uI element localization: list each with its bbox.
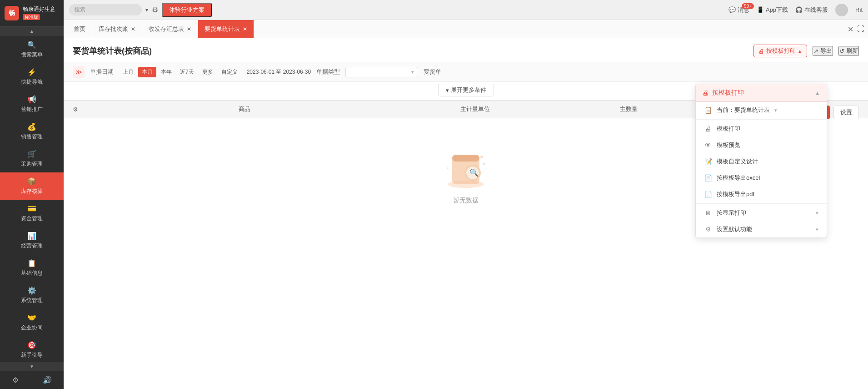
sidebar-item-cooperation[interactable]: 🤝 企业协同 [0, 309, 64, 336]
window-close-icon[interactable]: ✕ [848, 25, 853, 34]
display-print-icon: 🖥 [704, 209, 712, 217]
system-icon: ⚙️ [27, 286, 36, 295]
template-print-dropdown: 🖨 按模板打印 ▲ 📋 当前：要货单统计表 ▾ 🖨 模板打印 [695, 84, 827, 238]
dropdown-template-print[interactable]: 🖨 模板打印 [696, 121, 827, 137]
export-excel-icon: 📄 [704, 174, 712, 182]
template-custom-icon: 📝 [704, 158, 712, 165]
dropdown-printer-icon: 🖨 [702, 89, 708, 96]
page-header: 要货单统计表(按商品) 🖨 按模板打印 ▲ ↗ 导出 ↺ 刷新 [64, 38, 868, 62]
tab-order-stats[interactable]: 要货单统计表 ✕ [198, 20, 254, 38]
purchase-icon: 🛒 [27, 150, 36, 158]
page-title: 要货单统计表(按商品) [73, 45, 152, 56]
sidebar-item-finance[interactable]: 💳 资金管理 [0, 200, 64, 227]
date-tab-this-month[interactable]: 本月 [138, 67, 156, 77]
svg-rect-2 [452, 155, 479, 162]
sidebar-item-guide[interactable]: 🎯 新手引导 [0, 336, 64, 362]
sidebar-item-quick-nav[interactable]: ⚡ 快捷导航 [0, 63, 64, 91]
refresh-button[interactable]: ↺ 刷新 [838, 46, 859, 56]
template-preview-icon: 👁 [704, 141, 712, 149]
order-tag-label: 要货单 [424, 68, 441, 76]
app-download-button[interactable]: 📱 App下载 [757, 6, 788, 14]
default-func-icon: ⚙ [704, 226, 712, 233]
message-button[interactable]: 💬 消息 99+ [728, 6, 749, 14]
filter-bar: ≫ 单据日期 上月 本月 本年 近7天 更多 自定义 2023-06-01 至 … [64, 62, 868, 82]
audio-bottom-icon[interactable]: 🔊 [43, 376, 52, 384]
trial-button[interactable]: 体验行业方案 [162, 3, 212, 17]
empty-text: 暂无数据 [453, 197, 479, 205]
settings-bottom-icon[interactable]: ⚙ [12, 376, 19, 384]
svg-point-6 [480, 156, 483, 158]
page-content: 要货单统计表(按商品) 🖨 按模板打印 ▲ ↗ 导出 ↺ 刷新 ≫ [64, 38, 868, 389]
topbar-chevron-icon[interactable]: ▾ [145, 7, 148, 13]
topbar-gear-icon[interactable]: ⚙ [152, 5, 158, 14]
sidebar-item-system[interactable]: ⚙️ 系统管理 [0, 282, 64, 309]
refresh-icon: ↺ [839, 48, 844, 55]
date-tab-more[interactable]: 更多 [199, 67, 217, 77]
sidebar-item-basic[interactable]: 📋 基础信息 [0, 254, 64, 282]
sidebar-item-search[interactable]: 🔍 搜索菜单 [0, 36, 64, 63]
tab-close-order-stats[interactable]: ✕ [243, 26, 247, 32]
dropdown-template-custom[interactable]: 📝 模板自定义设计 [696, 153, 827, 170]
date-tab-this-year[interactable]: 本年 [157, 67, 175, 77]
window-maximize-icon[interactable]: ⛶ [857, 25, 864, 33]
col-quantity: 主数量 [552, 105, 705, 113]
sidebar-scroll-up[interactable]: ▲ [0, 27, 64, 36]
dropdown-template-preview[interactable]: 👁 模板预览 [696, 137, 827, 153]
cooperation-icon: 🤝 [27, 313, 36, 322]
expand-more-button[interactable]: ▾ 展开更多条件 [438, 84, 494, 96]
sidebar: 畅 畅康通好生意 标准版 ▲ 🔍 搜索菜单 ⚡ 快捷导航 📢 营销推广 💰 销售… [0, 0, 64, 389]
display-print-arrow: ▾ [816, 210, 818, 216]
marketing-icon: 📢 [27, 95, 36, 104]
logo-icon: 畅 [5, 6, 19, 20]
message-icon: 💬 [728, 6, 736, 13]
app-icon: 📱 [757, 6, 764, 13]
tab-close-inventory-batch[interactable]: ✕ [131, 26, 135, 32]
main-area: 搜索 ▾ ⚙ 体验行业方案 💬 消息 99+ 📱 App下载 🎧 在线客服 Ri… [64, 0, 868, 389]
dropdown-divider-1 [696, 119, 827, 120]
avatar[interactable] [835, 4, 848, 16]
date-tab-7days[interactable]: 近7天 [176, 67, 198, 77]
tab-inventory-batch[interactable]: 库存批次账 ✕ [92, 20, 142, 38]
tab-home[interactable]: 首页 [67, 20, 92, 38]
tab-close-receipt-summary[interactable]: ✕ [187, 26, 191, 32]
sidebar-item-marketing[interactable]: 📢 营销推广 [0, 91, 64, 118]
export-icon: ↗ [813, 48, 818, 55]
tab-bar: 首页 库存批次账 ✕ 收发存汇总表 ✕ 要货单统计表 ✕ ✕ ⛶ [64, 20, 868, 38]
date-tab-last-month[interactable]: 上月 [119, 67, 137, 77]
doc-type-arrow-icon: ▾ [411, 69, 414, 75]
sidebar-item-purchase[interactable]: 🛒 采购管理 [0, 145, 64, 172]
tab-receipt-summary[interactable]: 收发存汇总表 ✕ [142, 20, 198, 38]
service-icon: 🎧 [795, 6, 803, 13]
dropdown-export-pdf[interactable]: 📄 按模板导出pdf [696, 186, 827, 202]
filter-expand-left-button[interactable]: ≫ [73, 66, 85, 78]
doc-type-label: 单据类型 [316, 68, 340, 76]
online-service-button[interactable]: 🎧 在线客服 [795, 6, 828, 14]
sales-icon: 💰 [27, 122, 36, 131]
logo-text: 畅康通好生意 标准版 [23, 5, 55, 21]
sidebar-item-operation[interactable]: 📊 经营管理 [0, 227, 64, 254]
dropdown-display-print[interactable]: 🖥 按显示打印 ▾ [696, 205, 827, 221]
template-print-button[interactable]: 🖨 按模板打印 ▲ [753, 45, 807, 57]
quick-nav-icon: ⚡ [27, 68, 36, 76]
export-button[interactable]: ↗ 导出 [813, 46, 833, 56]
dropdown-chevron-up: ▲ [814, 90, 820, 96]
sidebar-item-inventory[interactable]: 📦 库存核算 [0, 172, 64, 200]
doc-type-select[interactable]: ▾ [345, 67, 418, 77]
finance-icon: 💳 [27, 204, 36, 213]
table-settings-icon[interactable]: ⚙ [73, 106, 91, 113]
topbar-right: 💬 消息 99+ 📱 App下载 🎧 在线客服 Rit [728, 4, 863, 16]
topbar-search-box[interactable]: 搜索 [69, 4, 142, 15]
username: Rit [855, 6, 863, 13]
template-print-menu-icon: 🖨 [704, 125, 712, 132]
sidebar-item-sales[interactable]: 💰 销售管理 [0, 118, 64, 145]
dropdown-current-item[interactable]: 📋 当前：要货单统计表 ▾ [696, 102, 827, 118]
dropdown-header[interactable]: 🖨 按模板打印 ▲ [696, 84, 827, 102]
sidebar-scroll-down[interactable]: ▼ [0, 362, 64, 371]
operation-icon: 📊 [27, 232, 36, 240]
dropdown-export-excel[interactable]: 📄 按模板导出excel [696, 170, 827, 186]
printer-icon: 🖨 [758, 48, 764, 55]
dropdown-default-func[interactable]: ⚙ 设置默认功能 ▾ [696, 221, 827, 237]
date-tab-custom[interactable]: 自定义 [218, 67, 241, 77]
setting-button[interactable]: 设置 [833, 106, 859, 119]
basic-icon: 📋 [27, 259, 36, 268]
